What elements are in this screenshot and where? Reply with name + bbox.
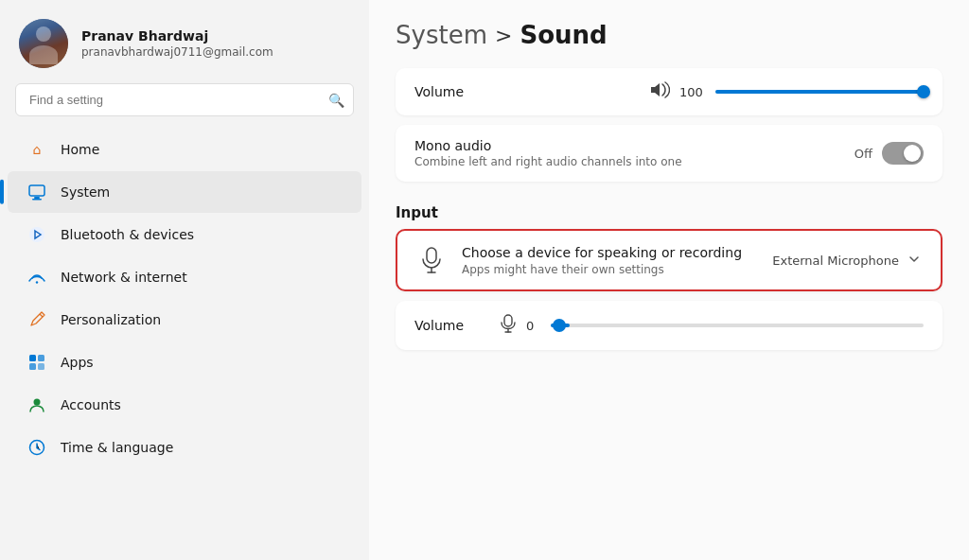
sidebar-item-apps[interactable]: Apps (8, 341, 361, 383)
breadcrumb-system: System (396, 21, 487, 49)
volume-label: Volume (414, 84, 490, 99)
user-profile: Pranav Bhardwaj pranavbhardwaj0711@gmail… (0, 0, 369, 83)
microphone-icon (416, 245, 447, 275)
device-value: External Microphone (772, 254, 899, 268)
avatar (19, 19, 68, 68)
input-volume-slider[interactable] (551, 324, 924, 327)
mono-subtitle: Combine left and right audio channels in… (414, 155, 843, 168)
svg-rect-5 (29, 355, 36, 361)
sidebar-item-network[interactable]: Network & internet (8, 256, 361, 298)
device-subtitle: Apps might have their own settings (462, 263, 757, 276)
output-card: Volume 100 (396, 68, 943, 115)
mono-title: Mono audio (414, 138, 843, 153)
input-volume-card: Volume 0 (396, 301, 943, 350)
input-mic-icon (500, 314, 517, 337)
sidebar-item-time[interactable]: Time & language (8, 427, 361, 468)
sidebar-item-system[interactable]: System (8, 171, 361, 213)
search-input[interactable] (15, 83, 354, 116)
mono-audio-row: Mono audio Combine left and right audio … (396, 125, 943, 182)
svg-rect-0 (29, 185, 44, 196)
input-section-header: Input (396, 204, 943, 221)
volume-slider-thumb (917, 85, 930, 98)
main-content: System > Sound Volume 100 (369, 0, 969, 560)
system-icon (26, 182, 47, 202)
input-volume-slider-thumb (553, 319, 566, 332)
input-volume-value: 0 (526, 319, 541, 333)
svg-rect-2 (32, 199, 42, 201)
mono-info: Mono audio Combine left and right audio … (414, 138, 843, 168)
input-device-card: Choose a device for speaking or recordin… (396, 229, 943, 291)
device-info: Choose a device for speaking or recordin… (462, 244, 757, 276)
sidebar-item-personalization[interactable]: Personalization (8, 299, 361, 341)
input-device-row[interactable]: Choose a device for speaking or recordin… (397, 231, 941, 289)
svg-rect-6 (38, 355, 44, 361)
volume-controls: 100 (502, 81, 924, 102)
chevron-down-icon (907, 252, 922, 270)
sidebar-item-label: Home (61, 142, 99, 157)
svg-point-9 (34, 399, 41, 406)
user-email: pranavbhardwaj0711@gmail.com (81, 45, 273, 59)
svg-rect-1 (34, 197, 40, 199)
user-name: Pranav Bhardwaj (81, 28, 273, 44)
sidebar-item-home[interactable]: ⌂ Home (8, 129, 361, 170)
bluetooth-icon (26, 224, 47, 245)
accounts-icon (26, 394, 47, 415)
mono-state: Off (854, 147, 872, 161)
volume-slider[interactable] (715, 90, 924, 94)
home-icon: ⌂ (26, 139, 47, 160)
speaker-icon (649, 81, 670, 102)
device-right: External Microphone (772, 252, 922, 270)
sidebar-item-label: Network & internet (61, 270, 187, 285)
nav-list: ⌂ Home System Bluetooth & devices (0, 128, 369, 560)
breadcrumb-current: Sound (520, 21, 607, 49)
breadcrumb: System > Sound (396, 21, 943, 49)
sidebar-item-label: Time & language (61, 440, 173, 455)
mono-toggle[interactable] (882, 142, 924, 165)
volume-row: Volume 100 (396, 68, 943, 115)
search-box[interactable]: 🔍 (15, 83, 354, 116)
mono-controls: Off (854, 142, 924, 165)
mono-audio-card: Mono audio Combine left and right audio … (396, 125, 943, 182)
sidebar-item-label: Personalization (61, 312, 161, 327)
toggle-thumb (904, 145, 921, 162)
personalization-icon (26, 309, 47, 330)
device-title: Choose a device for speaking or recordin… (462, 244, 757, 261)
volume-slider-fill (715, 90, 924, 94)
apps-icon (26, 352, 47, 373)
sidebar: Pranav Bhardwaj pranavbhardwaj0711@gmail… (0, 0, 369, 560)
network-icon (26, 267, 47, 288)
sidebar-item-label: Apps (61, 355, 94, 370)
svg-rect-11 (427, 248, 436, 263)
user-info: Pranav Bhardwaj pranavbhardwaj0711@gmail… (81, 28, 273, 59)
svg-point-3 (29, 227, 44, 242)
sidebar-item-label: Bluetooth & devices (61, 227, 194, 242)
time-icon (26, 437, 47, 458)
volume-value: 100 (679, 85, 706, 99)
svg-rect-14 (504, 315, 512, 326)
sidebar-item-bluetooth[interactable]: Bluetooth & devices (8, 214, 361, 255)
svg-rect-7 (29, 363, 36, 370)
svg-point-4 (36, 281, 38, 283)
sidebar-item-label: Accounts (61, 397, 121, 412)
input-volume-label: Volume (414, 318, 490, 333)
sidebar-item-accounts[interactable]: Accounts (8, 384, 361, 426)
search-icon: 🔍 (328, 93, 344, 108)
svg-rect-8 (38, 363, 44, 370)
input-volume-row: Volume 0 (396, 301, 943, 350)
breadcrumb-separator: > (495, 24, 512, 47)
sidebar-item-label: System (61, 184, 110, 200)
